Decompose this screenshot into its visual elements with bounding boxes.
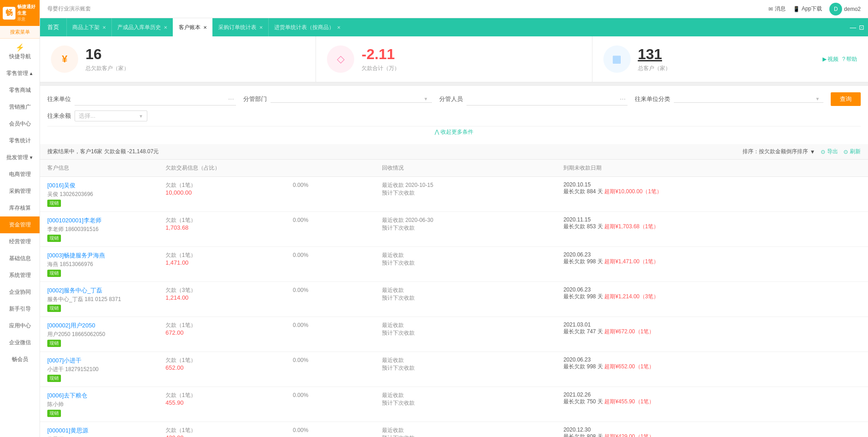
tab-purchase-stats-close[interactable]: ✕ [259,25,263,30]
customer-name-link[interactable]: [0016]吴俊 [47,182,75,189]
tab-maximize-icon[interactable]: ⊡ [859,24,864,31]
customer-name-link[interactable]: [000001]黄思源 [47,427,88,434]
debt-pct: 0.00% [293,287,308,293]
overdue-link[interactable]: 超期¥455.90（1笔） [604,398,654,405]
cell-debt-pct: 0.00% [282,177,375,212]
cell-recover: 最近收款 2020-06-30 预计下次收款 [375,212,556,247]
tab-finished-goods[interactable]: 产成品入库单历史 ✕ [111,18,173,36]
customer-name-link[interactable]: [0006]去下粮仓 [47,392,87,399]
sidebar-item-operations[interactable]: 经营管理 [0,233,40,250]
dept-select[interactable]: ▼ [271,95,432,103]
debt-customers-icon: ¥ [62,53,67,65]
sidebar-item-ecommerce[interactable]: 电商管理 [0,166,40,183]
tab-inbound-stats[interactable]: 进货单统计表（按商品） ✕ [268,18,346,36]
user-menu[interactable]: D demo2 [829,3,861,15]
app-download-button[interactable]: 📱 App下载 [793,5,822,13]
cell-customer-info: [0003]畅捷服务尹海燕 海燕 18513066976 现销 [40,247,158,282]
sidebar-item-enterprise[interactable]: 企业协同 [0,284,40,301]
customer-name-link[interactable]: [0001020001]李老师 [47,217,101,224]
tab-purchase-stats[interactable]: 采购订单统计表 ✕ [212,18,268,36]
customer-name-link[interactable]: [0003]畅捷服务尹海燕 [47,252,105,259]
search-button[interactable]: 查询 [831,92,861,106]
customer-name-link[interactable]: [0007]小进干 [47,357,81,364]
sort-dropdown[interactable]: 排序：按欠款金额倒序排序 ▼ [743,148,815,156]
sidebar-item-quick-nav[interactable]: ⚡ 快捷导航 [0,39,40,65]
balance-select[interactable]: 选择... ▼ [75,111,147,121]
cell-recover: 最近收款 2020-10-15 预计下次收款 [375,177,556,212]
cell-debt-pct: 0.00% [282,212,375,247]
person-dots[interactable]: ··· [620,95,626,103]
debt-pct: 0.00% [293,217,308,223]
app-download-label: App下载 [802,5,822,13]
tab-product-listing[interactable]: 商品上下架 ✕ [66,18,111,36]
filter-source-unit: 往来单位 ··· [47,93,236,105]
sidebar-item-wechat[interactable]: 企业微信 [0,334,40,351]
customer-contact: 吴俊 13026203696 [47,191,151,198]
tab-home[interactable]: 首页 [40,18,66,36]
th-debt-info: 欠款交易信息（占比） [158,160,375,177]
th-recover: 回收情况 [375,160,556,177]
sidebar-item-retail-mall[interactable]: 零售商城 [0,82,40,99]
sidebar-item-retail-stats[interactable]: 零售统计 [0,132,40,149]
cell-recover: 最近收款 预计下次收款 [375,352,556,387]
cell-debt-pct: 0.00% [282,317,375,352]
sidebar-item-system[interactable]: 系统管理 [0,267,40,284]
stat-card-actions: ▶视频 ?帮助 [823,55,857,63]
main-area: 母婴行业演示账套 ✉ 消息 📱 App下载 D demo2 首页 商品上下架 ✕… [40,0,868,437]
customer-name-link[interactable]: [000002]用户2050 [47,322,95,329]
sidebar-item-app-center[interactable]: 应用中心 [0,317,40,334]
sidebar-item-chang-member[interactable]: 畅会员 [0,351,40,368]
unit-class-select[interactable]: ▼ [674,95,823,103]
sidebar-item-wholesale[interactable]: 批发管理 ▼ [0,149,40,166]
filter-unit-class: 往来单位分类 ▼ [635,95,823,103]
customer-name-link[interactable]: [0002]服务中心_丁磊 [47,287,102,294]
sidebar-item-finance[interactable]: 资金管理 [0,216,40,233]
overdue-link[interactable]: 超期¥429.00（1笔） [604,433,654,437]
source-unit-input[interactable] [76,94,226,104]
tab-inbound-stats-close[interactable]: ✕ [337,25,341,30]
refresh-icon: ⊙ [843,149,848,155]
overdue-link[interactable]: 超期¥1,703.68（1笔） [604,223,659,230]
sidebar-item-basic-info[interactable]: 基础信息 [0,250,40,267]
help-btn[interactable]: ?帮助 [842,55,857,63]
sidebar-item-guide[interactable]: 新手引导 [0,301,40,317]
person-input[interactable] [468,94,618,104]
logo-text-line1: 畅捷通好生意 [17,4,37,16]
tab-finished-goods-close[interactable]: ✕ [164,25,167,30]
retail-mgmt-label: 零售管理 [6,70,28,77]
overdue-link[interactable]: 超期¥1,471.00（1笔） [604,258,659,265]
tab-customer-account[interactable]: 客户账本 ✕ [173,18,212,36]
video-btn[interactable]: ▶视频 [823,55,838,63]
tab-customer-account-close[interactable]: ✕ [203,25,207,30]
cell-debt-pct: 0.00% [282,352,375,387]
sidebar-item-purchase[interactable]: 采购管理 [0,183,40,200]
content-area: ¥ 16 总欠款客户（家） ◇ -2.11 欠款合计（万） ▦ [40,36,868,437]
message-button[interactable]: ✉ 消息 [768,5,786,13]
sidebar-item-member[interactable]: 会员中心 [0,116,40,132]
total-customers-icon: ▦ [612,53,622,65]
debt-total-label: 欠款合计（万） [361,65,581,72]
debt-desc: 欠款（3笔） [166,286,275,294]
table-row: [0002]服务中心_丁磊 服务中心_丁磊 181 0125 8371 现销 欠… [40,282,868,317]
tab-product-listing-close[interactable]: ✕ [102,25,106,30]
due-date: 2021.02.26 [563,392,861,398]
search-menu-button[interactable]: 搜索菜单 [0,26,40,39]
table-row: [0003]畅捷服务尹海燕 海燕 18513066976 现销 欠款（1笔） 1… [40,247,868,282]
overdue-link[interactable]: 超期¥652.00（1笔） [604,363,654,370]
overdue-link[interactable]: 超期¥10,000.00（1笔） [604,188,662,195]
refresh-button[interactable]: ⊙ 刷新 [843,148,861,156]
overdue-link[interactable]: 超期¥1,214.00（3笔） [604,293,659,300]
customer-tag: 现销 [47,235,61,242]
last-collect-date: 最近收款 [382,251,549,259]
cell-recover: 最近收款 预计下次收款 [375,387,556,422]
sidebar-item-marketing[interactable]: 营销推广 [0,99,40,116]
collapse-btn[interactable]: ⋀ 收起更多条件 [47,126,861,138]
overdue-link[interactable]: 超期¥672.00（1笔） [604,328,654,335]
tab-minimize-icon[interactable]: — [850,24,856,31]
sidebar-item-inventory[interactable]: 库存核算 [0,200,40,216]
sidebar-item-retail-mgmt[interactable]: 零售管理 ▲ [0,65,40,82]
export-button[interactable]: ⊙ 导出 [821,148,838,156]
person-label: 分管人员 [439,95,463,103]
member-label: 会员中心 [9,121,31,127]
source-unit-dots[interactable]: ··· [228,95,234,103]
